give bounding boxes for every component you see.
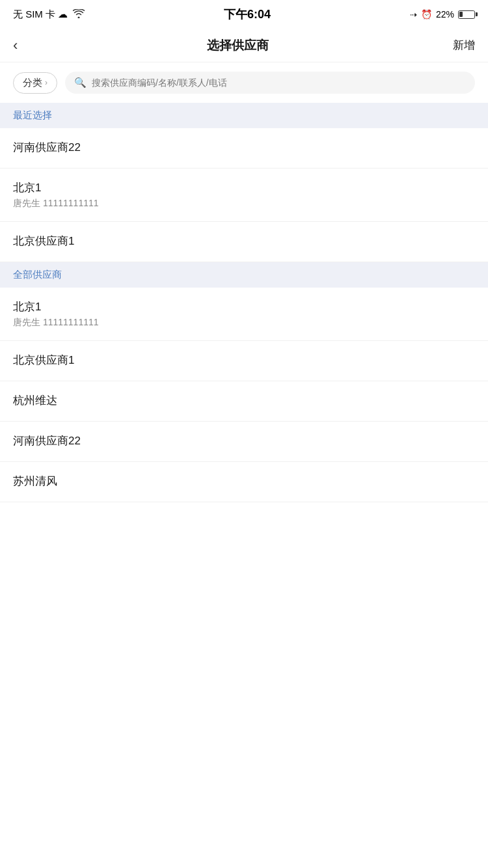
supplier-name: 河南供应商22 — [13, 433, 475, 448]
supplier-sub: 唐先生 11111111111 — [13, 198, 475, 210]
all-section-label: 全部供应商 — [13, 269, 62, 280]
supplier-sub: 唐先生 11111111111 — [13, 317, 475, 329]
status-bar: 无 SIM 卡 ☁ 下午6:04 ⇢ ⏰ 22% — [0, 0, 488, 29]
list-item[interactable]: 河南供应商22 — [0, 422, 488, 462]
battery-percent: 22% — [436, 9, 454, 20]
all-section-header: 全部供应商 — [0, 262, 488, 288]
add-button[interactable]: 新增 — [453, 38, 475, 53]
status-right: ⇢ ⏰ 22% — [410, 9, 475, 20]
supplier-name: 河南供应商22 — [13, 140, 475, 155]
wifi-icon — [73, 9, 85, 20]
category-filter-button[interactable]: 分类 › — [13, 72, 57, 94]
supplier-name: 苏州清风 — [13, 474, 475, 489]
supplier-name: 北京供应商1 — [13, 353, 475, 368]
filter-bar: 分类 › 🔍 — [0, 62, 488, 103]
supplier-name: 北京1 — [13, 299, 475, 314]
alarm-icon: ⏰ — [421, 9, 432, 20]
supplier-name: 杭州维达 — [13, 393, 475, 408]
list-item[interactable]: 北京1唐先生 11111111111 — [0, 288, 488, 341]
nav-bar: ‹ 选择供应商 新增 — [0, 29, 488, 62]
list-item[interactable]: 杭州维达 — [0, 381, 488, 422]
battery-icon — [458, 10, 475, 19]
all-suppliers-list: 北京1唐先生 11111111111北京供应商1杭州维达河南供应商22苏州清风 — [0, 288, 488, 502]
status-time: 下午6:04 — [224, 7, 271, 22]
chevron-right-icon: › — [45, 78, 47, 87]
search-icon: 🔍 — [74, 77, 87, 88]
list-item[interactable]: 北京供应商1 — [0, 222, 488, 262]
list-item[interactable]: 北京1唐先生 11111111111 — [0, 169, 488, 222]
category-label: 分类 — [23, 77, 42, 89]
recent-section-header: 最近选择 — [0, 103, 488, 128]
supplier-name: 北京供应商1 — [13, 234, 475, 249]
page-title: 选择供应商 — [207, 37, 269, 54]
search-input[interactable] — [92, 77, 466, 88]
sim-status: 无 SIM 卡 ☁ — [13, 8, 68, 21]
search-bar: 🔍 — [65, 72, 475, 94]
list-item[interactable]: 苏州清风 — [0, 462, 488, 502]
back-button[interactable]: ‹ — [13, 34, 23, 57]
location-icon: ⇢ — [410, 10, 417, 20]
recent-section-label: 最近选择 — [13, 109, 52, 120]
recent-list: 河南供应商22北京1唐先生 11111111111北京供应商1 — [0, 128, 488, 262]
list-item[interactable]: 北京供应商1 — [0, 341, 488, 381]
status-left: 无 SIM 卡 ☁ — [13, 8, 85, 21]
supplier-name: 北京1 — [13, 180, 475, 195]
list-item[interactable]: 河南供应商22 — [0, 128, 488, 169]
